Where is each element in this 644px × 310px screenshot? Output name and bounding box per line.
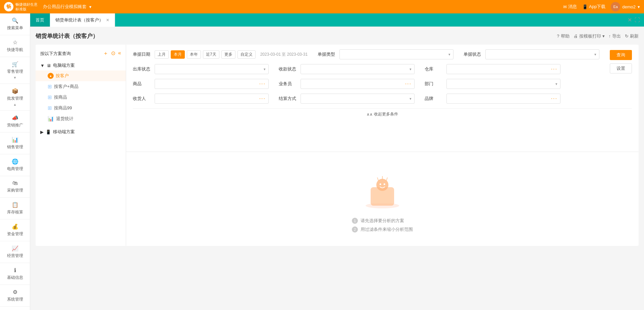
collapse-bar[interactable]: ∧∧ 收起更多条件	[133, 108, 632, 120]
retail-icon: 🛒	[12, 61, 18, 67]
empty-hint-2: 2 用过滤条件来缩小分析范围	[352, 226, 413, 232]
department-dropdown-icon: ▾	[555, 82, 557, 86]
user-avatar: Ea	[611, 2, 620, 11]
filter-row-2: 出库状态 ▾ 收款状态 ▾	[133, 64, 606, 74]
sidebar-item-ecommerce[interactable]: 🌐 电商管理	[0, 154, 30, 176]
maximize-window-btn[interactable]: ⛶	[635, 17, 640, 23]
by-goods-99-icon: ⊞	[48, 105, 52, 111]
template-print-btn[interactable]: 🖨 按模板打印 ▾	[574, 33, 605, 39]
settlement-label: 结算方式	[279, 96, 297, 102]
scheme-group-desktop-title[interactable]: ▼ 🖥 电脑端方案	[36, 60, 126, 70]
refresh-btn[interactable]: ↻ 刷新	[625, 33, 639, 39]
sidebar-item-finance[interactable]: 💰 资金管理	[0, 219, 30, 241]
payment-status-select[interactable]: ▾	[301, 64, 415, 74]
receiver-dots-icon: ···	[259, 96, 266, 102]
wholesale-icon: 📦	[12, 88, 18, 94]
doc-type-select[interactable]: ▾	[339, 49, 453, 59]
department-select[interactable]: ▾	[446, 79, 560, 89]
ship-status-dropdown-icon: ▾	[264, 67, 266, 71]
close-window-btn[interactable]: ✕	[628, 17, 632, 23]
date-btn-last7[interactable]: 近7天	[203, 50, 219, 59]
scheme-collapse-btn[interactable]: «	[118, 50, 121, 57]
goods-dots-icon: ···	[259, 81, 266, 87]
sidebar-item-retail[interactable]: 🛒 零售管理 ▼	[0, 57, 30, 84]
salesperson-dots-icon: ···	[405, 81, 412, 87]
empty-hint-1: 1 请先选择要分析的方案	[352, 218, 413, 224]
scheme-item-by-goods-99[interactable]: ⊞ 按商品99	[36, 103, 126, 113]
doc-status-select[interactable]: ▾	[485, 49, 599, 59]
date-btn-this-year[interactable]: 本年	[187, 50, 201, 59]
svg-point-4	[380, 184, 381, 185]
salesperson-select[interactable]: ···	[301, 79, 415, 89]
scheme-item-by-customer-goods[interactable]: ⊞ 按客户+商品	[36, 81, 126, 92]
sidebar-item-marketing[interactable]: 📣 营销推广	[0, 111, 30, 133]
date-range-display: 2023-03-01 至 2023-03-31	[260, 52, 308, 57]
scheme-add-btn[interactable]: ＋	[103, 50, 108, 57]
scheme-item-by-goods[interactable]: ⊞ 按商品	[36, 92, 126, 103]
help-icon: ?	[557, 34, 559, 39]
sidebar-item-quick-nav[interactable]: ☆ 快捷导航	[0, 35, 30, 57]
settlement-select[interactable]: ▾	[301, 94, 415, 104]
scheme-group-mobile-title[interactable]: ▶ 📱 移动端方案	[36, 127, 126, 137]
by-goods-icon: ⊞	[48, 94, 52, 100]
page-title: 销货单统计表（按客户）	[36, 32, 98, 40]
desktop-arrow-icon: ▼	[40, 63, 45, 68]
empty-text: 1 请先选择要分析的方案 2 用过滤条件来缩小分析范围	[352, 218, 413, 232]
scheme-settings-btn[interactable]: ⊙	[111, 50, 115, 57]
sidebar-item-basic-info[interactable]: ℹ 基础信息	[0, 263, 30, 285]
sidebar-item-search[interactable]: 🔍 搜索菜单	[0, 13, 30, 35]
print-dropdown-icon: ▾	[602, 34, 605, 39]
app-download-btn[interactable]: 📱 App下载	[582, 4, 605, 10]
settlement-dropdown-icon: ▾	[410, 97, 412, 101]
sidebar-item-wholesale[interactable]: 📦 批发管理 ▲	[0, 84, 30, 111]
svg-line-6	[377, 177, 378, 180]
date-btn-more[interactable]: 更多	[221, 50, 235, 59]
query-button[interactable]: 查询	[610, 50, 632, 60]
right-panel: 单据日期 上月 本月 本年 近7天 更多 自定义	[126, 45, 639, 246]
by-customer-icon: ●	[48, 73, 54, 79]
mobile-arrow-icon: ▶	[40, 130, 44, 135]
message-btn[interactable]: ✉ 消息	[563, 4, 577, 10]
date-group: 上月 本月 本年 近7天 更多 自定义	[155, 50, 256, 59]
tab-home[interactable]: 首页	[30, 13, 50, 27]
filter-top-row: 单据日期 上月 本月 本年 近7天 更多 自定义	[133, 49, 632, 108]
top-bar: 畅 畅捷德好生意 标准版 办公用品行业模拟账套 ▾ ✉ 消息 📱 App下载 E…	[0, 0, 644, 13]
brand-select[interactable]: ···	[446, 94, 560, 104]
ship-status-label: 出库状态	[133, 66, 151, 72]
date-btn-last-month[interactable]: 上月	[155, 50, 169, 59]
goods-select[interactable]: ···	[155, 79, 269, 89]
tab-window-controls: ✕ ⛶	[628, 17, 644, 23]
brand-label: 品牌	[425, 96, 443, 102]
desktop-group-icon: 🖥	[47, 63, 51, 68]
date-btn-custom[interactable]: 自定义	[237, 50, 256, 59]
hint-2-num: 2	[352, 226, 358, 232]
scheme-item-return-stat[interactable]: 📊 退货统计	[36, 113, 126, 124]
salesperson-label: 业务员	[279, 81, 297, 87]
sidebar-item-sales[interactable]: 📊 销售管理	[0, 133, 30, 154]
empty-state: 1 请先选择要分析的方案 2 用过滤条件来缩小分析范围	[126, 152, 639, 246]
settings-button[interactable]: 设置	[610, 63, 632, 73]
user-area[interactable]: Ea demo2 ▾	[611, 2, 640, 11]
sidebar-item-purchase[interactable]: 🛍 采购管理	[0, 176, 30, 198]
marketing-icon: 📣	[12, 115, 18, 121]
message-icon: ✉	[563, 4, 567, 9]
export-btn[interactable]: ↑ 导出	[609, 33, 621, 39]
svg-point-5	[384, 184, 385, 185]
sidebar-item-operations[interactable]: 📈 经营管理	[0, 241, 30, 263]
tab-sales-stat[interactable]: 销货单统计表（按客户） ✕	[50, 13, 115, 27]
print-icon: 🖨	[574, 34, 578, 39]
ship-status-select[interactable]: ▾	[155, 64, 269, 74]
sidebar-item-enterprise[interactable]: 🤝 企业协同	[0, 307, 30, 310]
warehouse-select[interactable]: ···	[446, 64, 560, 74]
sidebar-item-system[interactable]: ⚙ 系统管理	[0, 285, 30, 307]
help-btn[interactable]: ? 帮助	[557, 33, 569, 39]
date-btn-this-month[interactable]: 本月	[171, 50, 185, 59]
retail-arrow: ▼	[13, 76, 17, 80]
svg-rect-2	[373, 190, 392, 204]
sidebar-item-inventory[interactable]: 📋 库存核算	[0, 198, 30, 219]
industry-dropdown-icon[interactable]: ▾	[89, 4, 92, 9]
return-stat-icon: 📊	[48, 116, 54, 122]
tab-close-icon[interactable]: ✕	[106, 18, 109, 22]
receiver-select[interactable]: ···	[155, 94, 269, 104]
scheme-item-by-customer[interactable]: ● 按客户	[36, 70, 126, 81]
